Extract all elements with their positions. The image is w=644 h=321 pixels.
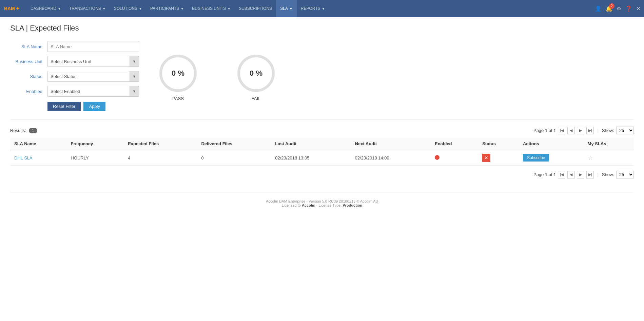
cell-sla-name: DHL SLA xyxy=(10,150,66,166)
enabled-dot-icon xyxy=(435,155,440,160)
stats-section: 0 % PASS 0 % FAIL xyxy=(159,41,275,111)
enabled-label: Enabled xyxy=(10,89,47,94)
cell-next-audit: 02/23/2018 14:00 xyxy=(351,150,431,166)
status-wrapper: Select Status ▼ xyxy=(47,71,139,82)
footer-license-type: Production xyxy=(343,203,362,207)
pass-label: PASS xyxy=(172,96,184,101)
first-page-top-button[interactable]: |◀ xyxy=(558,127,565,134)
col-frequency: Frequency xyxy=(66,138,124,150)
fail-label: FAIL xyxy=(252,96,261,101)
show-select-bottom[interactable]: 25 50 100 xyxy=(616,171,634,178)
nav-participants[interactable]: PARTICIPANTS ▼ xyxy=(146,0,188,17)
cell-expected-files: 4 xyxy=(124,150,197,166)
nav-right: 👤 🔔 2 ⚙ ❓ ✕ xyxy=(595,5,641,12)
settings-icon[interactable]: ⚙ xyxy=(617,5,621,12)
fail-container: 0 % FAIL xyxy=(237,55,275,101)
page-info-bottom: Page 1 of 1 xyxy=(533,172,556,177)
results-bar-bottom: Page 1 of 1 |◀ ◀ ▶ ▶| | Show: 25 50 100 xyxy=(10,171,634,178)
col-sla-name: SLA Name xyxy=(10,138,66,150)
business-unit-select[interactable]: Select Business Unit xyxy=(47,56,139,67)
col-next-audit: Next Audit xyxy=(351,138,431,150)
business-unit-row: Business Unit Select Business Unit ▼ xyxy=(10,56,139,67)
col-expected-files: Expected Files xyxy=(124,138,197,150)
pipe-top: | xyxy=(597,128,598,133)
status-row: Status Select Status ▼ xyxy=(10,71,139,82)
pass-circle: 0 % xyxy=(159,55,197,92)
main-content: SLA | Expected Files SLA Name Business U… xyxy=(0,17,644,321)
table-row: DHL SLA HOURLY 4 0 02/23/2018 13:05 02/2… xyxy=(10,150,634,166)
enabled-row: Enabled Select Enabled ▼ xyxy=(10,86,139,97)
table-body: DHL SLA HOURLY 4 0 02/23/2018 13:05 02/2… xyxy=(10,150,634,166)
business-unit-wrapper: Select Business Unit ▼ xyxy=(47,56,139,67)
help-icon[interactable]: ❓ xyxy=(625,5,632,12)
results-left: Results: 1 xyxy=(10,128,37,133)
cell-my-slas: ☆ xyxy=(584,150,634,166)
first-page-bottom-button[interactable]: |◀ xyxy=(558,171,565,178)
status-x-button[interactable]: ✕ xyxy=(482,154,490,162)
page-info-top: Page 1 of 1 xyxy=(533,128,556,133)
results-bar-top: Results: 1 Page 1 of 1 |◀ ◀ ▶ ▶| | Show:… xyxy=(10,127,634,134)
nav-solutions[interactable]: SOLUTIONS ▼ xyxy=(110,0,146,17)
star-icon[interactable]: ☆ xyxy=(588,154,593,161)
user-icon[interactable]: 👤 xyxy=(595,5,602,12)
page-title: SLA | Expected Files xyxy=(10,24,634,33)
sla-table: SLA Name Frequency Expected Files Delive… xyxy=(10,138,634,166)
subscribe-button[interactable]: Subscribe xyxy=(523,154,549,162)
nav-transactions[interactable]: TRANSACTIONS ▼ xyxy=(65,0,110,17)
sla-name-link[interactable]: DHL SLA xyxy=(14,155,33,160)
nav-dashboard[interactable]: DASHBOARD ▼ xyxy=(26,0,65,17)
results-label: Results: xyxy=(10,128,26,133)
enabled-wrapper: Select Enabled ▼ xyxy=(47,86,139,97)
nav-subscriptions[interactable]: SUBSCRIPTIONS xyxy=(235,0,276,17)
footer-line1: Accolm BAM Enterprise - Version 5.0 RC39… xyxy=(17,199,627,203)
cell-delivered-files: 0 xyxy=(197,150,271,166)
col-my-slas: My SLAs xyxy=(584,138,634,150)
pass-value: 0 % xyxy=(172,69,184,78)
filter-section: SLA Name Business Unit Select Business U… xyxy=(10,41,634,111)
prev-page-top-button[interactable]: ◀ xyxy=(567,127,575,134)
navbar: BAM✦ DASHBOARD ▼ TRANSACTIONS ▼ SOLUTION… xyxy=(0,0,644,17)
status-label: Status xyxy=(10,74,47,79)
pagination-bottom: Page 1 of 1 |◀ ◀ ▶ ▶| | Show: 25 50 100 xyxy=(533,171,634,178)
enabled-select[interactable]: Select Enabled xyxy=(47,86,139,97)
show-label-bottom: Show: xyxy=(602,172,614,177)
cell-actions: Subscribe xyxy=(519,150,584,166)
cell-frequency: HOURLY xyxy=(66,150,124,166)
footer-licensed-prefix: Licensed to xyxy=(282,203,302,207)
next-page-bottom-button[interactable]: ▶ xyxy=(577,171,584,178)
col-actions: Actions xyxy=(519,138,584,150)
sla-name-input[interactable] xyxy=(47,41,139,52)
cell-enabled xyxy=(431,150,478,166)
section-divider xyxy=(10,119,634,120)
cell-last-audit: 02/23/2018 13:05 xyxy=(271,150,351,166)
last-page-top-button[interactable]: ▶| xyxy=(586,127,594,134)
close-icon[interactable]: ✕ xyxy=(636,5,641,12)
apply-button[interactable]: Apply xyxy=(83,102,105,111)
fail-circle: 0 % xyxy=(237,55,275,92)
col-delivered-files: Delivered Files xyxy=(197,138,271,150)
nav-sla[interactable]: SLA ▼ xyxy=(276,0,297,17)
bell-icon[interactable]: 🔔 2 xyxy=(606,5,612,12)
table-header: SLA Name Frequency Expected Files Delive… xyxy=(10,138,634,150)
col-last-audit: Last Audit xyxy=(271,138,351,150)
filter-buttons: Reset Filter Apply xyxy=(47,102,139,111)
col-enabled: Enabled xyxy=(431,138,478,150)
last-page-bottom-button[interactable]: ▶| xyxy=(586,171,594,178)
nav-reports[interactable]: REPORTS ▼ xyxy=(297,0,329,17)
notification-badge: 2 xyxy=(609,3,614,9)
filter-form: SLA Name Business Unit Select Business U… xyxy=(10,41,139,111)
business-unit-label: Business Unit xyxy=(10,59,47,64)
fail-value: 0 % xyxy=(250,69,262,78)
reset-filter-button[interactable]: Reset Filter xyxy=(47,102,81,111)
prev-page-bottom-button[interactable]: ◀ xyxy=(567,171,575,178)
col-status: Status xyxy=(478,138,519,150)
nav-business-units[interactable]: BUSINESS UNITS ▼ xyxy=(188,0,235,17)
results-count: 1 xyxy=(29,128,37,133)
next-page-top-button[interactable]: ▶ xyxy=(577,127,584,134)
status-select[interactable]: Select Status xyxy=(47,71,139,82)
show-select-top[interactable]: 25 50 100 xyxy=(616,127,634,134)
logo-icon: ✦ xyxy=(16,6,20,11)
footer-line2: Licensed to Accolm - License Type: Produ… xyxy=(17,203,627,207)
sla-name-label: SLA Name xyxy=(10,44,47,49)
footer: Accolm BAM Enterprise - Version 5.0 RC39… xyxy=(10,192,634,214)
